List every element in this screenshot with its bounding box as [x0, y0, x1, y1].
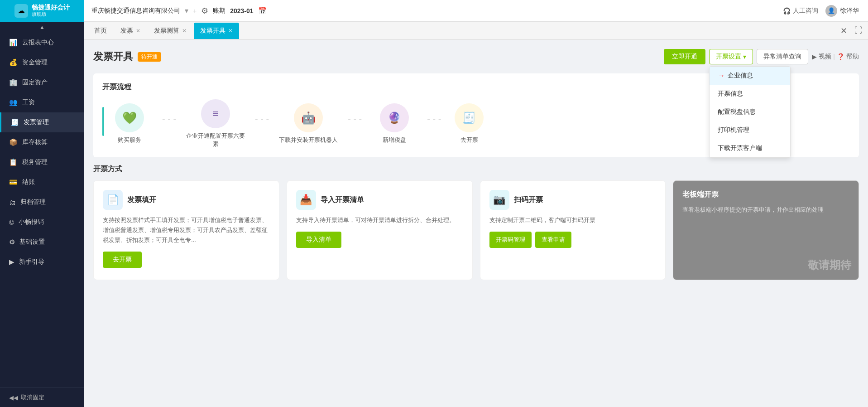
card1-header: 📄 发票填开: [103, 190, 270, 210]
logo-title: 畅捷通好会计: [32, 4, 70, 11]
video-label: 视频: [819, 53, 831, 61]
dropdown-arrow-icon[interactable]: ▾: [185, 6, 188, 15]
methods-title: 开票方式: [93, 165, 859, 174]
company-name[interactable]: 重庆畅捷交通信息咨询有限公司: [91, 7, 180, 15]
help-btn-label: 帮助: [846, 53, 859, 61]
tab-invoice-calc[interactable]: 发票测算 ✕: [148, 23, 193, 39]
archive-icon: 🗂: [9, 199, 16, 206]
settings-icon[interactable]: ⚙: [201, 6, 208, 16]
sidebar-label-reports: 云报表中心: [22, 39, 54, 47]
sidebar-label-archive: 归档管理: [20, 198, 46, 206]
flow-step-3: 🤖 下载并安装开票机器人: [274, 103, 342, 144]
dropdown-item-invoice-info[interactable]: 开票信息: [710, 85, 790, 103]
sidebar-item-inventory[interactable]: 📦 库存核算: [0, 132, 84, 152]
dropdown-label-invoice: 开票信息: [718, 90, 743, 97]
user-name: 徐泽华: [840, 7, 859, 15]
reports-icon: 📊: [9, 39, 18, 47]
sidebar-item-invoice[interactable]: 🧾 发票管理: [0, 112, 84, 132]
help-btn[interactable]: 🎧 人工咨询: [783, 7, 818, 15]
card3-btn1[interactable]: 开票码管理: [489, 232, 532, 248]
sidebar-label-payroll: 工资: [22, 98, 35, 107]
card3-title: 扫码开票: [514, 195, 543, 205]
cancel-label: 取消固定: [21, 393, 44, 402]
close-window-btn[interactable]: ✕: [839, 24, 849, 38]
cancel-icon: ◀◀: [9, 394, 18, 401]
flow-step-5: 🧾 去开票: [446, 103, 492, 144]
card3-btn2[interactable]: 查看申请: [535, 232, 571, 248]
step4-icon: 🔮: [380, 103, 409, 132]
maximize-btn[interactable]: ⛶: [853, 24, 864, 37]
card1-btn[interactable]: 去开票: [103, 252, 142, 268]
flow-step-1: 💚 购买服务: [102, 103, 157, 144]
divider-v: |: [833, 53, 835, 60]
card4-title: 老板端开票: [682, 190, 849, 199]
card3-header: 📷 扫码开票: [489, 190, 657, 210]
sidebar-item-reports[interactable]: 📊 云报表中心: [0, 33, 84, 53]
tab-invoice-open[interactable]: 发票开具 ✕: [194, 23, 239, 39]
chevron-down-icon: ▾: [743, 53, 746, 60]
sidebar-label-funds: 资金管理: [22, 58, 48, 67]
sidebar-label-invoice: 发票管理: [24, 118, 49, 126]
flow-arrow-2: - - -: [249, 114, 274, 125]
period-label: 账期: [213, 7, 225, 15]
sidebar-item-payroll[interactable]: 👥 工资: [0, 92, 84, 112]
flow-step-4: 🔮 新增税盘: [367, 103, 422, 144]
tab-open-close[interactable]: ✕: [228, 28, 233, 34]
sidebar-item-settings[interactable]: ⚙ 基础设置: [0, 232, 84, 252]
dropdown-label-printer: 打印机管理: [718, 126, 749, 133]
settings2-icon: ⚙: [9, 238, 15, 246]
sidebar-item-reimbursement[interactable]: © 小畅报销: [0, 212, 84, 232]
sidebar-item-tax[interactable]: 📋 税务管理: [0, 152, 84, 172]
flow-arrow-3: - - -: [342, 114, 367, 125]
cancel-fixed-btn[interactable]: ◀◀ 取消固定: [0, 388, 84, 407]
video-help-btn[interactable]: ▶ 视频 | ❓ 帮助: [812, 53, 859, 61]
sidebar-label-guide: 新手引导: [19, 258, 44, 266]
tab-home[interactable]: 首页: [88, 23, 113, 39]
help-label: 人工咨询: [793, 7, 818, 15]
step5-label: 去开票: [460, 136, 478, 144]
tab-calc-close[interactable]: ✕: [182, 28, 187, 34]
help-q-icon: ❓: [837, 53, 844, 60]
step5-icon: 🧾: [455, 103, 484, 132]
sidebar-scroll-up[interactable]: ▲: [0, 22, 84, 33]
tab-invoice-open-label: 发票开具: [200, 27, 225, 35]
sidebar-item-archive[interactable]: 🗂 归档管理: [0, 192, 84, 212]
tab-bar-actions: ✕ ⛶: [839, 24, 864, 38]
dropdown-item-download[interactable]: 下载开票客户端: [710, 139, 790, 157]
dropdown-item-printer[interactable]: 打印机管理: [710, 121, 790, 139]
tab-invoice[interactable]: 发票 ✕: [114, 23, 147, 39]
sidebar-item-guide[interactable]: ▶ 新手引导: [0, 252, 84, 272]
tab-invoice-close[interactable]: ✕: [136, 28, 140, 34]
methods-section: 开票方式 📄 发票填开 支持按照发票样式手工填开发票；可开具增值税电子普通发票、…: [93, 165, 859, 280]
period-value[interactable]: 2023-01: [230, 7, 253, 15]
sidebar-logo: ☁ 畅捷通好会计 旗舰版: [0, 0, 84, 22]
tax-icon: 📋: [9, 158, 18, 166]
step1-label: 购买服务: [118, 136, 141, 144]
user-btn[interactable]: 👤 徐泽华: [825, 5, 859, 17]
activate-btn[interactable]: 立即开通: [664, 49, 705, 64]
card2-btn[interactable]: 导入清单: [296, 232, 341, 248]
sidebar-item-settle[interactable]: 💳 结账: [0, 172, 84, 192]
dropdown-label-tax: 配置税盘信息: [718, 108, 756, 115]
method-card-fill: 📄 发票填开 支持按照发票样式手工填开发票；可开具增值税电子普通发票、增值税普通…: [93, 180, 279, 280]
method-card-boss: 老板端开票 查看老板端小程序提交的开票申请，并作出相应的处理 敬请期待: [673, 180, 859, 280]
abnormal-btn[interactable]: 异常清单查询: [757, 49, 808, 64]
sidebar-label-tax: 税务管理: [22, 158, 48, 166]
page-title: 发票开具: [93, 50, 133, 63]
settings-dropdown-btn[interactable]: 开票设置 ▾: [709, 49, 753, 64]
logo-text-block: 畅捷通好会计 旗舰版: [32, 4, 70, 18]
red-arrow-icon: →: [718, 72, 725, 80]
dropdown-item-company-info[interactable]: → 企业信息: [710, 67, 790, 85]
sidebar-label-settings: 基础设置: [19, 238, 45, 246]
tab-home-label: 首页: [94, 27, 107, 35]
card2-icon: 📥: [296, 190, 316, 210]
content-area: 发票开具 待开通 立即开通 开票设置 ▾: [84, 40, 868, 407]
page-badge: 待开通: [138, 52, 161, 62]
sidebar-label-settle: 结账: [22, 178, 35, 186]
sidebar-item-funds[interactable]: 💰 资金管理: [0, 53, 84, 73]
sidebar-item-assets[interactable]: 🏢 固定资产: [0, 73, 84, 92]
step-bar: [102, 107, 104, 136]
page-header: 发票开具 待开通 立即开通 开票设置 ▾: [93, 49, 859, 64]
calendar-icon[interactable]: 📅: [258, 6, 267, 15]
dropdown-item-tax-disk[interactable]: 配置税盘信息: [710, 103, 790, 121]
